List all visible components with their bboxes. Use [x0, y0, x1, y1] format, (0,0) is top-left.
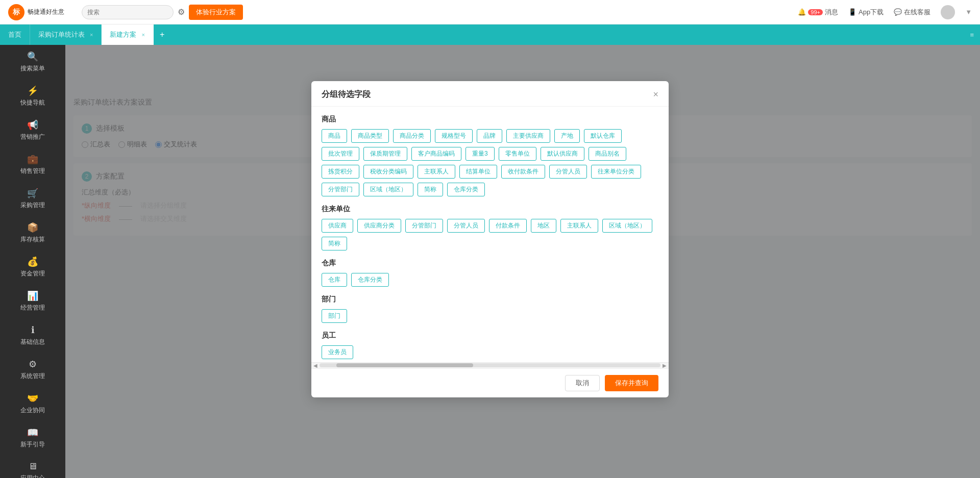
field-tag-0-12[interactable]: 零售单位	[499, 147, 536, 161]
field-tag-1-2[interactable]: 分管部门	[405, 219, 443, 233]
tab-home[interactable]: 首页	[0, 24, 30, 45]
sidebar-item-5[interactable]: 📦 库存核算	[0, 216, 65, 250]
tab-purchase-close[interactable]: ×	[90, 32, 93, 38]
sidebar-item-10[interactable]: 🤝 企业协同	[0, 387, 65, 421]
sidebar-label-4: 采购管理	[20, 201, 45, 210]
field-tag-0-2[interactable]: 商品分类	[393, 129, 431, 143]
sidebar-label-7: 经营管理	[20, 304, 45, 312]
field-tag-0-5[interactable]: 主要供应商	[506, 129, 550, 143]
field-tag-1-1[interactable]: 供应商分类	[357, 219, 401, 233]
field-tag-0-4[interactable]: 品牌	[477, 129, 502, 143]
sidebar-item-12[interactable]: 🖥 应用中心	[0, 455, 65, 478]
online-service-item[interactable]: 💬 在线客服	[894, 8, 930, 17]
field-tag-0-25[interactable]: 仓库分类	[447, 183, 485, 196]
field-tag-0-13[interactable]: 默认供应商	[541, 147, 584, 161]
tab-bar: 首页 采购订单统计表 × 新建方案 × + ≡	[0, 24, 980, 45]
sidebar-item-7[interactable]: 📊 经营管理	[0, 284, 65, 318]
sidebar-item-8[interactable]: ℹ 基础信息	[0, 318, 65, 353]
sidebar-item-4[interactable]: 🛒 采购管理	[0, 182, 65, 216]
field-tag-0-22[interactable]: 分管部门	[322, 183, 359, 196]
sidebar-item-9[interactable]: ⚙ 系统管理	[0, 353, 65, 387]
field-tag-0-9[interactable]: 保质期管理	[363, 147, 407, 161]
service-icon: 💬	[894, 8, 902, 16]
tab-more-button[interactable]: ≡	[964, 31, 980, 39]
sidebar-item-0[interactable]: 🔍 搜索菜单	[0, 45, 65, 79]
field-tag-0-16[interactable]: 税收分类编码	[363, 165, 413, 179]
sidebar-icon-12: 🖥	[28, 461, 37, 472]
notification-badge: 99+	[808, 9, 823, 15]
sidebar-label-8: 基础信息	[20, 338, 45, 346]
avatar[interactable]	[941, 5, 955, 19]
field-tag-0-8[interactable]: 批次管理	[322, 147, 359, 161]
sidebar-icon-7: 📊	[27, 290, 38, 301]
field-tag-0-15[interactable]: 拣货积分	[322, 165, 359, 179]
field-tag-0-1[interactable]: 商品类型	[351, 129, 389, 143]
tab-purchase-label: 采购订单统计表	[38, 30, 85, 39]
field-tag-0-21[interactable]: 往来单位分类	[591, 165, 641, 179]
search-input[interactable]	[82, 5, 174, 19]
field-grid-3: 部门	[322, 309, 658, 323]
modal-horizontal-scrollbar[interactable]: ◀ ▶	[311, 362, 669, 368]
field-tag-1-6[interactable]: 主联系人	[560, 219, 598, 233]
field-tag-1-0[interactable]: 供应商	[322, 219, 353, 233]
field-tag-2-0[interactable]: 仓库	[322, 273, 347, 287]
tab-purchase[interactable]: 采购订单统计表 ×	[30, 24, 102, 45]
field-tag-1-4[interactable]: 付款条件	[489, 219, 527, 233]
sidebar-icon-2: 📢	[27, 119, 38, 131]
section-title-4: 员工	[322, 331, 658, 340]
field-tag-0-6[interactable]: 产地	[554, 129, 580, 143]
field-tag-0-0[interactable]: 商品	[322, 129, 347, 143]
field-tag-1-7[interactable]: 区域（地区）	[602, 219, 652, 233]
sidebar-item-6[interactable]: 💰 资金管理	[0, 250, 65, 284]
notification-item[interactable]: 🔔 99+ 消息	[798, 8, 838, 17]
sidebar-icon-3: 💼	[27, 154, 38, 165]
sidebar-label-11: 新手引导	[20, 440, 45, 449]
top-search: ⚙ 体验行业方案	[82, 5, 286, 20]
field-tag-0-19[interactable]: 收付款条件	[501, 165, 545, 179]
trial-button[interactable]: 体验行业方案	[189, 5, 243, 20]
field-tag-1-8[interactable]: 简称	[322, 237, 347, 250]
field-tag-0-11[interactable]: 重量3	[465, 147, 495, 161]
field-tag-0-18[interactable]: 结算单位	[459, 165, 497, 179]
field-grid-2: 仓库仓库分类	[322, 273, 658, 287]
field-tag-1-3[interactable]: 分管人员	[447, 219, 485, 233]
top-bar: 标 畅捷通好生意 ⚙ 体验行业方案 🔔 99+ 消息 📱 App下载 💬 在线客…	[0, 0, 980, 24]
field-tag-4-0[interactable]: 业务员	[322, 345, 353, 359]
sidebar-icon-4: 🛒	[27, 188, 38, 199]
save-query-button[interactable]: 保存并查询	[605, 375, 658, 391]
sidebar-item-11[interactable]: 📖 新手引导	[0, 421, 65, 455]
tab-home-label: 首页	[8, 30, 21, 39]
sidebar-item-1[interactable]: ⚡ 快捷导航	[0, 79, 65, 113]
field-tag-0-14[interactable]: 商品别名	[589, 147, 626, 161]
section-title-3: 部门	[322, 295, 658, 304]
online-service-label: 在线客服	[904, 8, 930, 17]
field-tag-1-5[interactable]: 地区	[531, 219, 556, 233]
sidebar-item-2[interactable]: 📢 营销推广	[0, 113, 65, 147]
field-tag-0-24[interactable]: 简称	[418, 183, 443, 196]
field-tag-0-23[interactable]: 区域（地区）	[363, 183, 413, 196]
modal-body: 商品商品商品类型商品分类规格型号品牌主要供应商产地默认仓库批次管理保质期管理客户…	[311, 107, 669, 362]
modal-header: 分组待选字段 ×	[311, 81, 669, 107]
modal-close-button[interactable]: ×	[653, 90, 658, 99]
sidebar-label-6: 资金管理	[20, 269, 45, 278]
field-tag-0-17[interactable]: 主联系人	[418, 165, 455, 179]
cancel-button[interactable]: 取消	[565, 375, 600, 391]
field-tag-0-3[interactable]: 规格型号	[435, 129, 473, 143]
field-tag-0-7[interactable]: 默认仓库	[584, 129, 622, 143]
tab-new-plan-close[interactable]: ×	[141, 32, 144, 38]
field-tag-3-0[interactable]: 部门	[322, 309, 347, 323]
settings-icon[interactable]: ⚙	[178, 7, 185, 17]
field-tag-2-1[interactable]: 仓库分类	[351, 273, 389, 287]
logo-icon: 标	[8, 4, 24, 20]
field-tag-0-10[interactable]: 客户商品编码	[411, 147, 461, 161]
tab-add-button[interactable]: +	[154, 30, 170, 39]
sidebar-icon-11: 📖	[27, 427, 38, 438]
tab-new-plan[interactable]: 新建方案 ×	[102, 24, 153, 45]
logo-text: 畅捷通好生意	[28, 8, 64, 16]
sidebar-label-12: 应用中心	[20, 474, 45, 478]
app-download-item[interactable]: 📱 App下载	[848, 8, 884, 17]
sidebar-label-10: 企业协同	[20, 406, 45, 415]
field-tag-0-20[interactable]: 分管人员	[549, 165, 587, 179]
section-title-2: 仓库	[322, 259, 658, 268]
sidebar-item-3[interactable]: 💼 销售管理	[0, 147, 65, 182]
